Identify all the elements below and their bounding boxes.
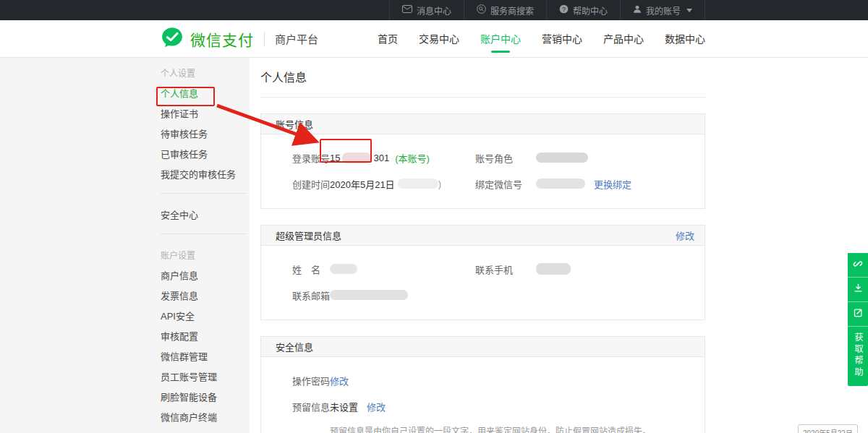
portal-name: 商户平台	[275, 31, 318, 46]
account-info-card-header: 账号信息	[261, 114, 705, 134]
topbar: 消息中心 服务商搜索 ? 帮助中心 我的账号	[0, 0, 868, 20]
admin-phone-label: 联系手机	[475, 262, 526, 276]
login-account-suffix: 301	[373, 153, 389, 163]
nav-item-data-center[interactable]: 数据中心	[665, 20, 705, 58]
link-icon	[852, 258, 864, 273]
super-admin-card: 超级管理员信息 修改 姓 名 联系手机 联系邮箱	[260, 225, 705, 320]
topbar-item-my-account[interactable]: 我的账号	[620, 0, 705, 20]
login-account-cell: 登录账号 15 301 (本账号)	[292, 151, 475, 165]
brand[interactable]: 微信支付 商户平台	[161, 26, 318, 52]
security-info-card-header: 安全信息	[261, 337, 705, 357]
current-account-tag: (本账号)	[395, 151, 430, 165]
reserved-info-label: 预留信息	[292, 400, 330, 413]
account-info-card: 账号信息 登录账号 15 301 (本账号) 账号角色	[260, 113, 705, 209]
security-info-card: 安全信息 操作密码 修改 预留信息 未设置 修改 预留	[260, 336, 705, 433]
info-row-name-phone: 姓 名 联系手机	[292, 262, 690, 276]
svg-text:?: ?	[562, 6, 566, 13]
topbar-item-provider-search[interactable]: 服务商搜索	[464, 0, 546, 20]
operation-password-label: 操作密码	[292, 374, 330, 387]
sidebar-divider	[161, 224, 250, 244]
info-row-email: 联系邮箱	[292, 288, 690, 302]
change-binding-link[interactable]: 更换绑定	[594, 177, 631, 191]
edit-icon	[853, 307, 864, 321]
sidebar-item-wechat-group-management[interactable]: 微信群管理	[161, 346, 250, 366]
topbar-item-messages[interactable]: 消息中心	[389, 0, 464, 20]
bound-wechat-cell: 绑定微信号 更换绑定	[475, 177, 631, 191]
topbar-item-label: 消息中心	[417, 4, 451, 17]
download-icon	[853, 283, 864, 296]
nav-item-product-center[interactable]: 产品中心	[603, 20, 644, 58]
sidebar-item-personal-info[interactable]: 个人信息	[161, 82, 250, 103]
nav-item-home[interactable]: 首页	[378, 20, 398, 58]
page-title: 个人信息	[260, 68, 705, 85]
info-row-reserved: 预留信息 未设置 修改	[292, 399, 690, 413]
sidebar-item-staff-account-management[interactable]: 员工账号管理	[161, 366, 250, 386]
super-admin-card-header: 超级管理员信息 修改	[261, 226, 705, 246]
nav-item-marketing-center[interactable]: 营销中心	[542, 20, 582, 58]
sidebar-section-account-settings: 账户设置	[161, 244, 250, 265]
nav-item-transaction-center[interactable]: 交易中心	[419, 20, 459, 58]
sidebar-item-my-submitted-tasks[interactable]: 我提交的审核任务	[161, 163, 250, 184]
topbar-item-label: 服务商搜索	[490, 4, 534, 17]
admin-email-label: 联系邮箱	[292, 288, 330, 302]
bound-wechat-label: 绑定微信号	[475, 177, 526, 191]
sidebar-item-invoice-info[interactable]: 发票信息	[161, 285, 250, 305]
admin-phone-cell: 联系手机	[475, 262, 571, 276]
sidebar-item-pending-review-tasks[interactable]: 待审核任务	[161, 123, 250, 143]
feedback-button[interactable]	[848, 302, 868, 327]
sidebar-item-face-smart-device[interactable]: 刷脸智能设备	[161, 386, 250, 406]
sidebar-item-merchant-info[interactable]: 商户信息	[161, 265, 250, 285]
redacted-created-time	[398, 179, 438, 189]
login-account-label: 登录账号	[292, 151, 330, 165]
sidebar-item-wechat-merchant-terminal[interactable]: 微信商户终端	[161, 406, 250, 426]
super-admin-card-body: 姓 名 联系手机 联系邮箱	[261, 246, 705, 320]
get-help-button[interactable]: 获取帮助	[848, 327, 868, 386]
edit-admin-link[interactable]: 修改	[676, 228, 694, 242]
nav-item-account-center[interactable]: 账户中心	[480, 20, 521, 58]
redacted-admin-phone	[536, 263, 571, 275]
link-button[interactable]	[848, 253, 868, 278]
account-info-title: 账号信息	[276, 117, 313, 131]
download-button[interactable]	[848, 278, 868, 302]
title-divider	[260, 97, 705, 98]
reserved-info-description: 预留信息是由你自己设置的一段文字，用来鉴定网站身份，防止假冒网站造成损失。 配置…	[330, 425, 690, 433]
redacted-admin-name	[330, 264, 357, 274]
security-info-card-body: 操作密码 修改 预留信息 未设置 修改 预留信息是由你自己设置的一段文字，用来鉴…	[261, 357, 705, 433]
description-line: 预留信息是由你自己设置的一段文字，用来鉴定网站身份，防止假冒网站造成损失。	[330, 425, 690, 433]
created-paren: )	[438, 179, 441, 189]
login-account-value: 15 301 (本账号)	[330, 151, 430, 165]
created-time-cell: 创建时间 2020年5月21日 )	[292, 177, 475, 191]
topbar-item-label: 帮助中心	[573, 4, 608, 17]
super-admin-title: 超级管理员信息	[276, 228, 341, 242]
sidebar-item-reviewed-tasks[interactable]: 已审核任务	[161, 143, 250, 163]
account-role-cell: 账号角色	[475, 151, 588, 165]
header: 微信支付 商户平台 首页 交易中心 账户中心 营销中心 产品中心 数据中心	[0, 20, 868, 58]
main-content: 个人信息 账号信息 登录账号 15 301 (本账号)	[260, 58, 705, 433]
info-row-password: 操作密码 修改	[292, 373, 690, 387]
sidebar-item-security-center[interactable]: 安全中心	[161, 204, 250, 224]
sidebar-item-api-security[interactable]: API安全	[161, 305, 250, 325]
date-tooltip: 2020年5月22日	[798, 424, 858, 433]
edit-reserved-info-link[interactable]: 修改	[367, 400, 386, 413]
brand-divider	[264, 32, 265, 46]
sidebar: 个人设置 个人信息 操作证书 待审核任务 已审核任务 我提交的审核任务 安全中心…	[161, 58, 250, 426]
sidebar-section-personal-settings: 个人设置	[161, 62, 250, 82]
wechat-pay-logo-icon	[161, 26, 184, 52]
redacted-wechat-id	[536, 179, 585, 189]
floating-help-panel: 获取帮助	[848, 253, 868, 386]
operation-password-cell: 操作密码 修改	[292, 374, 349, 387]
created-time-label: 创建时间	[292, 177, 330, 191]
change-password-link[interactable]: 修改	[330, 374, 349, 387]
reserved-info-cell: 预留信息 未设置 修改	[292, 400, 386, 413]
sidebar-item-operation-certificate[interactable]: 操作证书	[161, 103, 250, 123]
user-icon	[633, 4, 642, 16]
topbar-item-help-center[interactable]: ? 帮助中心	[546, 0, 620, 20]
sidebar-item-review-config[interactable]: 审核配置	[161, 325, 250, 346]
info-row-login-role: 登录账号 15 301 (本账号) 账号角色	[292, 150, 690, 165]
redacted-account-role	[536, 153, 588, 163]
account-role-label: 账号角色	[475, 151, 526, 165]
admin-name-cell: 姓 名	[292, 262, 475, 276]
info-row-created-wechat: 创建时间 2020年5月21日 ) 绑定微信号 更换绑定	[292, 176, 690, 191]
sidebar-divider	[161, 184, 250, 204]
created-date: 2020年5月21日	[330, 177, 395, 191]
